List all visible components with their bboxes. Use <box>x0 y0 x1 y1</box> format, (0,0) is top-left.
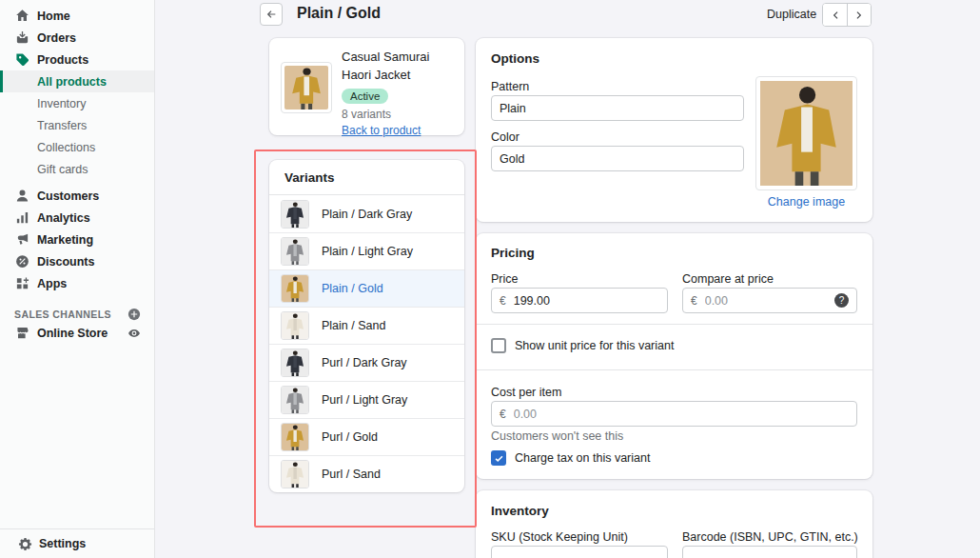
variant-image <box>755 76 857 190</box>
sidebar-item-label: Gift cards <box>37 163 88 176</box>
checkbox-unchecked <box>491 338 506 353</box>
variant-row[interactable]: Purl / Gold <box>269 418 464 455</box>
sidebar-item-label: Orders <box>37 31 76 45</box>
sidebar-item-home[interactable]: Home <box>0 5 154 27</box>
options-card: Options Pattern Color Change image <box>476 38 872 222</box>
home-icon <box>14 9 29 24</box>
sidebar-item-customers[interactable]: Customers <box>0 185 154 207</box>
compare-at-price-label: Compare at price <box>682 272 774 286</box>
variant-row[interactable]: Plain / Light Gray <box>269 232 464 269</box>
sku-input[interactable] <box>491 546 668 558</box>
variant-label: Purl / Light Gray <box>322 393 407 407</box>
change-image-link[interactable]: Change image <box>755 195 857 209</box>
add-sales-channel-icon[interactable] <box>127 307 142 322</box>
charge-tax-checkbox[interactable]: Charge tax on this variant <box>491 450 650 466</box>
variants-card: Variants Plain / Dark Gray Plain / Light… <box>269 160 464 492</box>
variant-row[interactable]: Plain / Sand <box>269 307 464 344</box>
variant-row[interactable]: Plain / Gold <box>269 269 464 307</box>
apps-icon <box>14 276 29 291</box>
variant-row[interactable]: Purl / Dark Gray <box>269 344 464 381</box>
sales-channels-header: SALES CHANNELS <box>0 307 154 322</box>
variants-heading: Variants <box>284 170 335 185</box>
customers-icon <box>14 189 29 204</box>
sidebar-item-orders[interactable]: Orders <box>0 27 154 49</box>
preview-eye-icon[interactable] <box>127 326 142 341</box>
next-variant-button[interactable] <box>847 4 871 26</box>
analytics-icon <box>14 210 29 226</box>
previous-variant-button[interactable] <box>823 4 847 26</box>
variant-row[interactable]: Purl / Light Gray <box>269 381 464 418</box>
variant-thumbnail <box>281 311 309 340</box>
divider <box>476 369 872 370</box>
cost-per-item-input[interactable]: € <box>491 401 857 427</box>
gear-icon <box>17 536 32 551</box>
divider <box>476 324 872 325</box>
pricing-card: Pricing Price € Compare at price € ? Sho… <box>476 233 872 479</box>
sidebar-item-transfers[interactable]: Transfers <box>0 114 154 136</box>
sidebar-item-all-products[interactable]: All products <box>0 70 154 92</box>
variant-label: Purl / Sand <box>322 468 381 481</box>
checkbox-label: Charge tax on this variant <box>515 451 650 465</box>
sidebar-item-marketing[interactable]: Marketing <box>0 229 154 250</box>
compare-at-price-input[interactable]: € ? <box>682 288 857 313</box>
variant-thumbnail <box>281 274 309 303</box>
color-input[interactable] <box>491 146 744 171</box>
currency-prefix: € <box>500 294 506 308</box>
duplicate-button[interactable]: Duplicate <box>767 8 816 21</box>
product-thumbnail <box>281 62 332 113</box>
sidebar-item-products[interactable]: Products <box>0 49 154 70</box>
barcode-label: Barcode (ISBN, UPC, GTIN, etc.) <box>682 530 858 544</box>
sidebar-item-label: Apps <box>37 277 67 290</box>
sidebar-item-label: Customers <box>37 189 99 203</box>
sidebar-item-apps[interactable]: Apps <box>0 272 154 294</box>
variant-label: Plain / Sand <box>322 319 385 332</box>
sidebar-item-analytics[interactable]: Analytics <box>0 207 154 229</box>
sales-channels-label: SALES CHANNELS <box>14 309 111 320</box>
sidebar-item-collections[interactable]: Collections <box>0 136 154 158</box>
sidebar-item-gift-cards[interactable]: Gift cards <box>0 158 154 180</box>
pricing-heading: Pricing <box>491 246 535 260</box>
variant-detail-page: Home Orders Products All products Invent… <box>0 0 980 558</box>
options-heading: Options <box>491 51 539 66</box>
unit-price-checkbox[interactable]: Show unit price for this variant <box>491 338 674 353</box>
variant-pager <box>822 3 872 27</box>
products-icon <box>14 52 29 68</box>
variant-label: Purl / Gold <box>322 430 378 444</box>
chevron-left-icon <box>830 10 841 21</box>
price-input[interactable]: € <box>491 288 668 313</box>
pattern-input[interactable] <box>491 95 744 121</box>
marketing-icon <box>14 232 29 248</box>
variant-thumbnail <box>281 200 309 229</box>
back-button[interactable] <box>260 3 283 26</box>
variant-thumbnail <box>281 237 309 266</box>
sidebar-item-label: Transfers <box>37 119 87 132</box>
back-to-product-link[interactable]: Back to product <box>342 124 421 137</box>
variant-thumbnail <box>281 460 309 488</box>
orders-icon <box>14 30 29 46</box>
sidebar-item-settings[interactable]: Settings <box>0 528 154 558</box>
sidebar-item-label: Online Store <box>37 327 119 340</box>
product-summary-card: Casual Samurai Haori Jacket Active 8 var… <box>269 38 464 135</box>
product-title: Casual Samurai Haori Jacket <box>342 48 458 84</box>
variant-label: Plain / Gold <box>322 282 383 295</box>
inventory-heading: Inventory <box>491 504 549 518</box>
sidebar-item-label: Inventory <box>37 97 86 110</box>
sidebar-item-label: Discounts <box>37 255 94 269</box>
variant-label: Purl / Dark Gray <box>322 356 407 369</box>
sidebar-item-online-store[interactable]: Online Store <box>0 322 154 344</box>
status-badge: Active <box>342 89 388 104</box>
inventory-card: Inventory SKU (Stock Keeping Unit) Barco… <box>476 490 872 558</box>
storefront-icon <box>14 326 29 341</box>
variant-row[interactable]: Plain / Dark Gray <box>269 195 464 232</box>
variant-thumbnail <box>281 349 309 377</box>
variants-list: Plain / Dark Gray Plain / Light Gray Pla… <box>269 195 464 492</box>
sidebar-item-discounts[interactable]: Discounts <box>0 250 154 272</box>
currency-prefix: € <box>691 294 697 308</box>
barcode-input[interactable] <box>682 546 857 558</box>
sidebar-item-label: Home <box>37 10 70 23</box>
products-subnav: All products Inventory Transfers Collect… <box>0 70 154 180</box>
sidebar-item-inventory[interactable]: Inventory <box>0 92 154 114</box>
variant-row[interactable]: Purl / Sand <box>269 455 464 492</box>
pattern-label: Pattern <box>491 80 529 93</box>
help-icon[interactable]: ? <box>834 293 849 308</box>
